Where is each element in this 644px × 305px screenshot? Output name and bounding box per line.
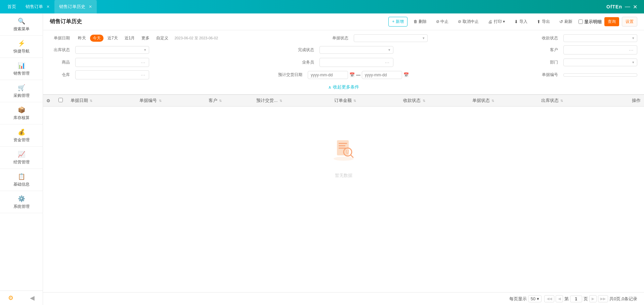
date-tabs: 昨天 今天 近7天 近1月 更多 自定义 bbox=[75, 35, 171, 42]
prev-page-button[interactable]: ◀ bbox=[556, 295, 563, 302]
calendar-start-icon[interactable]: 📅 bbox=[349, 72, 355, 77]
sort-doc-status-icon[interactable]: ⇅ bbox=[491, 99, 494, 103]
tab-sales-order-history[interactable]: 销售订单历史 ✕ bbox=[54, 0, 97, 13]
content-area: 销售订单历史 + 新增 🗑 删除 ⊘ 中止 ⊘ 取消中止 🖨 🖨 打印 打印 ▾… bbox=[43, 13, 644, 305]
refresh-button[interactable]: ↺ 刷新 bbox=[556, 17, 576, 26]
th-gear[interactable]: ⚙ bbox=[43, 95, 55, 107]
sidebar-item-sales-mgmt[interactable]: 📊 销售管理 bbox=[0, 58, 43, 80]
th-doc-status-label: 单据状态 bbox=[472, 98, 490, 103]
window-close[interactable]: ✕ bbox=[633, 4, 637, 10]
out-stock-select[interactable]: ▾ bbox=[75, 46, 149, 54]
delivery-date-end[interactable] bbox=[362, 71, 402, 79]
sort-expected-delivery-icon[interactable]: ⇅ bbox=[280, 99, 282, 103]
yesterday-tab[interactable]: 昨天 bbox=[75, 35, 89, 42]
stop-button[interactable]: ⊘ 中止 bbox=[433, 17, 452, 26]
sidebar-item-basic-info[interactable]: 📋 基础信息 bbox=[0, 169, 43, 191]
new-button[interactable]: + 新增 bbox=[388, 17, 407, 27]
receipt-status-arrow: ▾ bbox=[632, 36, 634, 40]
sort-receipt-status-icon[interactable]: ⇅ bbox=[423, 99, 425, 103]
sidebar: 🔍 搜索菜单 ⚡ 快捷导航 📊 销售管理 🛒 采购管理 📦 库存核算 💰 资金管… bbox=[0, 13, 43, 305]
calendar-end-icon[interactable]: 📅 bbox=[403, 72, 409, 77]
custom-tab[interactable]: 自定义 bbox=[154, 35, 171, 42]
sort-out-stock-status-icon[interactable]: ⇅ bbox=[560, 99, 563, 103]
tab-sales-order-close[interactable]: ✕ bbox=[46, 4, 50, 9]
print-button[interactable]: 🖨 🖨 打印 打印 ▾ bbox=[485, 17, 508, 26]
import-icon: ⬇ bbox=[514, 19, 518, 24]
sidebar-item-purchase-mgmt-label: 采购管理 bbox=[13, 93, 30, 99]
first-page-button[interactable]: ◀◀ bbox=[544, 295, 554, 302]
delivery-date-group: 📅 — 📅 bbox=[308, 71, 409, 79]
next-page-button[interactable]: ▶ bbox=[589, 295, 597, 302]
tab-sales-order[interactable]: 销售订单 ✕ bbox=[21, 0, 54, 13]
doc-status-select[interactable]: ▾ bbox=[354, 34, 428, 42]
sort-order-amount-icon[interactable]: ⇅ bbox=[353, 99, 356, 103]
page-label-suffix: 页 bbox=[584, 296, 588, 302]
export-button[interactable]: ⬆ 导出 bbox=[533, 17, 553, 26]
sidebar-item-ops-mgmt[interactable]: 📈 经营管理 bbox=[0, 147, 43, 169]
sort-doc-date-icon[interactable]: ⇅ bbox=[90, 99, 92, 103]
receipt-status-select[interactable]: ▾ bbox=[563, 34, 637, 42]
data-table: ⚙ 单据日期 ⇅ 单据编号 ⇅ bbox=[43, 94, 644, 205]
tab-sales-order-history-close[interactable]: ✕ bbox=[89, 4, 92, 9]
table-body: 暂无数据 bbox=[43, 107, 644, 206]
department-select[interactable]: ▾ bbox=[563, 59, 637, 66]
cancel-stop-button[interactable]: ⊘ 取消中止 bbox=[455, 17, 482, 26]
page-number-input[interactable] bbox=[570, 296, 582, 302]
product-select[interactable]: ··· bbox=[75, 58, 149, 67]
out-stock-label: 出库状态 bbox=[50, 47, 70, 53]
empty-text: 暂无数据 bbox=[335, 173, 352, 179]
filter-area: 单据日期 昨天 今天 近7天 近1月 更多 自定义 2023-06-02 至 2… bbox=[43, 30, 644, 94]
window-minimize[interactable]: — bbox=[625, 4, 630, 10]
tab-sales-order-history-label: 销售订单历史 bbox=[59, 4, 85, 10]
import-button[interactable]: ⬇ 导入 bbox=[511, 17, 531, 26]
sort-customer-icon[interactable]: ⇅ bbox=[219, 99, 222, 103]
customer-select[interactable]: ··· bbox=[563, 45, 637, 54]
delete-button[interactable]: 🗑 删除 bbox=[410, 17, 430, 26]
system-mgmt-icon: ⚙️ bbox=[18, 195, 25, 202]
page-title: 销售订单历史 bbox=[50, 18, 82, 25]
last-month-tab[interactable]: 近1月 bbox=[122, 35, 138, 42]
out-stock-arrow: ▾ bbox=[144, 48, 146, 52]
sidebar-item-quick-nav[interactable]: ⚡ 快捷导航 bbox=[0, 36, 43, 58]
doc-number-input[interactable] bbox=[563, 73, 637, 77]
select-all-checkbox[interactable] bbox=[58, 98, 63, 102]
top-bar-right: OfTEn — ✕ bbox=[606, 4, 641, 10]
sidebar-item-system-mgmt[interactable]: ⚙️ 系统管理 bbox=[0, 191, 43, 213]
svg-rect-3 bbox=[339, 145, 345, 146]
sidebar-item-purchase-mgmt[interactable]: 🛒 采购管理 bbox=[0, 80, 43, 102]
complete-status-select[interactable]: ▾ bbox=[319, 46, 393, 54]
svg-line-6 bbox=[351, 155, 353, 157]
pagination-bar: 每页显示 50 ▾ ◀◀ ◀ 第 页 ▶ ▶▶ 共0页,0条记录 bbox=[43, 292, 644, 305]
total-label: 共0页,0条记录 bbox=[609, 296, 637, 302]
doc-status-arrow: ▾ bbox=[423, 36, 425, 40]
table-area: ⚙ 单据日期 ⇅ 单据编号 ⇅ bbox=[43, 94, 644, 292]
settings-button[interactable]: 设置 bbox=[622, 17, 637, 27]
last-page-button[interactable]: ▶▶ bbox=[598, 295, 608, 302]
sidebar-item-inventory-calc[interactable]: 📦 库存核算 bbox=[0, 102, 43, 124]
delivery-date-start[interactable] bbox=[308, 71, 348, 79]
th-check[interactable] bbox=[55, 95, 67, 107]
sort-doc-no-icon[interactable]: ⇅ bbox=[159, 99, 162, 103]
gear-icon[interactable]: ⚙ bbox=[46, 98, 50, 103]
page-header: 销售订单历史 + 新增 🗑 删除 ⊘ 中止 ⊘ 取消中止 🖨 🖨 打印 打印 ▾… bbox=[43, 13, 644, 30]
more-tab[interactable]: 更多 bbox=[139, 35, 152, 42]
collapse-row[interactable]: ∧ 收起更多条件 bbox=[50, 83, 637, 90]
warehouse-select[interactable]: ··· bbox=[75, 70, 149, 79]
display-toggle-checkbox[interactable] bbox=[578, 20, 583, 24]
search-menu-icon: 🔍 bbox=[18, 17, 25, 25]
tab-home[interactable]: 首页 bbox=[3, 0, 21, 13]
salesperson-select[interactable]: ··· bbox=[319, 58, 393, 67]
query-button[interactable]: 查询 bbox=[604, 17, 619, 26]
sidebar-settings-icon[interactable]: ⚙ bbox=[8, 294, 13, 302]
last7-tab[interactable]: 近7天 bbox=[105, 35, 121, 42]
page-size-box[interactable]: 50 ▾ bbox=[528, 295, 541, 302]
sidebar-item-sales-mgmt-label: 销售管理 bbox=[13, 71, 30, 76]
complete-status-label: 完成状态 bbox=[294, 47, 314, 53]
sidebar-item-inventory-calc-label: 库存核算 bbox=[13, 115, 30, 121]
sidebar-collapse-icon[interactable]: ◀ bbox=[30, 294, 35, 302]
sidebar-item-finance-mgmt-label: 资金管理 bbox=[13, 137, 30, 143]
toolbar: + 新增 🗑 删除 ⊘ 中止 ⊘ 取消中止 🖨 🖨 打印 打印 ▾ ⬇ 导入 ⬆… bbox=[388, 17, 637, 27]
sidebar-item-search-menu[interactable]: 🔍 搜索菜单 bbox=[0, 13, 43, 36]
sidebar-item-finance-mgmt[interactable]: 💰 资金管理 bbox=[0, 124, 43, 147]
today-tab[interactable]: 今天 bbox=[90, 35, 103, 42]
